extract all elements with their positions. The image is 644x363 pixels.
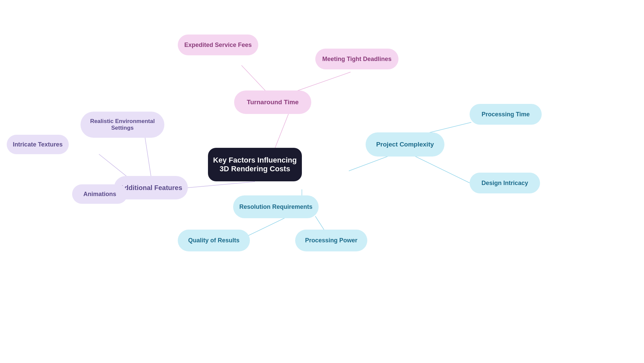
design-intricacy-node: Design Intricacy [470,173,540,193]
expedited-fees-node: Expedited Service Fees [178,35,258,55]
processing-time-node: Processing Time [470,104,542,125]
svg-line-4 [144,132,151,176]
animations-node: Animations [72,184,127,204]
project-complexity-node: Project Complexity [366,132,444,157]
processing-power-node: Processing Power [295,230,367,251]
turnaround-time-node: Turnaround Time [234,90,311,114]
center-node: Key Factors Influencing 3D Rendering Cos… [208,148,302,181]
meeting-deadlines-node: Meeting Tight Deadlines [315,49,398,69]
quality-results-node: Quality of Results [178,230,250,251]
svg-line-0 [188,182,255,188]
resolution-req-node: Resolution Requirements [233,195,319,218]
intricate-textures-node: Intricate Textures [7,135,69,154]
realistic-env-node: Realistic Environmental Settings [80,112,164,138]
svg-line-7 [241,65,268,94]
